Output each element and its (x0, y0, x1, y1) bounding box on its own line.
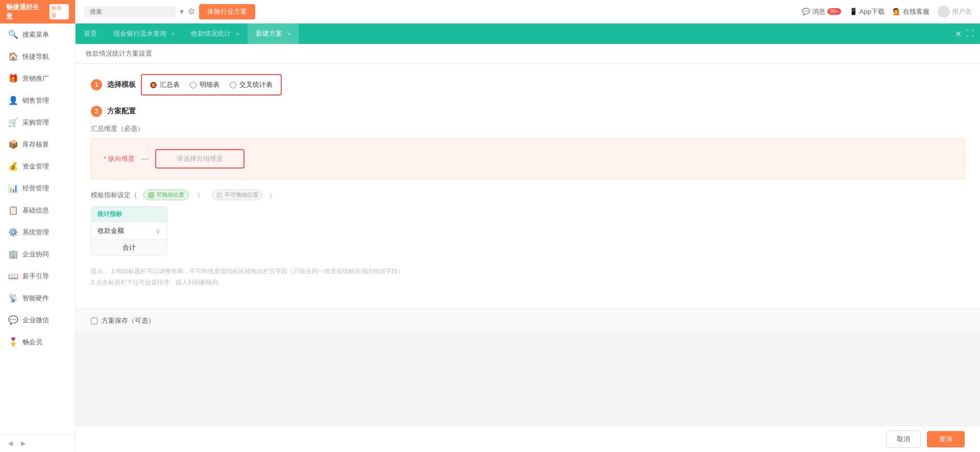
template-radio-cross[interactable] (230, 82, 236, 88)
sidebar-bottom-left[interactable]: ◀ (8, 440, 13, 447)
user-avatar (938, 6, 950, 18)
template-option-detail[interactable]: 明细表 (190, 80, 219, 89)
sidebar-icon-search-menu: 🔍 (8, 30, 18, 39)
sidebar-icon-operation: 📊 (8, 183, 18, 193)
draggable-badge: 可拖动位置 (143, 189, 189, 200)
sidebar-item-hardware[interactable]: 📡智能硬件 (0, 287, 75, 309)
sidebar-item-guide[interactable]: 📖新手引导 (0, 265, 75, 287)
sidebar-icon-member: 🎖️ (8, 337, 18, 347)
tab-close-new-plan[interactable]: × (287, 31, 290, 37)
tab-bank-flow[interactable]: 现金银行流水查询× (105, 23, 183, 44)
metrics-label: 模板指标设定（ (91, 191, 137, 200)
dropdown-icon[interactable]: ▾ (180, 7, 184, 16)
save-label: 方案保存（可选） (102, 316, 155, 325)
tab-label-home: 首页 (84, 29, 97, 38)
sidebar-logo: 畅捷通好生意 标准版 (0, 0, 75, 23)
app-label: App下载 (860, 7, 885, 16)
dimension-select-button[interactable]: 请选择分组维度 (155, 149, 244, 169)
sidebar-label-enterprise: 企业协同 (22, 250, 49, 259)
sidebar-icon-purchase: 🛒 (8, 117, 18, 127)
sidebar-item-wechat[interactable]: 💬企业微信 (0, 309, 75, 331)
query-button[interactable]: 查询 (927, 431, 965, 447)
sidebar-icon-guide: 📖 (8, 271, 18, 281)
sidebar-bottom: ◀ ▶ (0, 434, 75, 452)
sidebar-label-system: 系统管理 (22, 228, 49, 237)
tab-close-bank-flow[interactable]: × (172, 31, 175, 37)
sidebar-item-enterprise[interactable]: 🏢企业协同 (0, 243, 75, 265)
sidebar-icon-sales: 👤 (8, 96, 18, 105)
save-checkbox[interactable] (91, 318, 97, 324)
breadcrumb: 收款情况统计方案设置 (76, 44, 980, 64)
tip-text: 提示： 1.拖动标题栏可以调整布局，不可跨维度或指标区域拖动栏目字段（只能在同一… (91, 266, 965, 277)
metrics-table-cell[interactable]: 收款金额 ∨ (91, 222, 167, 240)
step1-title: 1 选择模板 汇总表明细表交叉统计表 (91, 74, 965, 96)
close-window-button[interactable]: ✕ (955, 29, 962, 39)
sidebar-item-sales[interactable]: 👤销售管理 (0, 89, 75, 111)
topbar-left: ▾ ⚙ 体验行业方案 (84, 4, 255, 19)
search-input[interactable] (84, 6, 176, 17)
template-option-cross[interactable]: 交叉统计表 (230, 80, 273, 89)
badge-separator: ） (197, 191, 204, 200)
online-support-item[interactable]: 💁 在线客服 (893, 7, 929, 16)
sidebar-item-basic-info[interactable]: 📋基础信息 (0, 199, 75, 221)
sidebar-item-operation[interactable]: 📊经营管理 (0, 177, 75, 199)
form-container: 1 选择模板 汇总表明细表交叉统计表 2 方案配置 汇总维度（必选） * 纵向维… (76, 64, 980, 308)
dimension-label: 汇总维度（必选） (91, 124, 965, 133)
message-icon: 💬 (802, 8, 810, 15)
user-item[interactable]: 用户名 (938, 6, 972, 18)
tab-collection-stats[interactable]: 收款情况统计× (183, 23, 247, 44)
sidebar-item-member[interactable]: 🎖️畅会员 (0, 331, 75, 353)
message-item[interactable]: 💬 消息 99+ (802, 7, 841, 16)
tab-close-collection-stats[interactable]: × (236, 31, 239, 37)
metrics-dropdown-icon[interactable]: ∨ (156, 227, 161, 235)
sidebar-icon-basic-info: 📋 (8, 205, 18, 215)
dimension-row: * 纵向维度 — 请选择分组维度 (104, 149, 952, 169)
sidebar-item-inventory[interactable]: 📦库存核算 (0, 133, 75, 155)
app-icon: 📱 (849, 8, 857, 15)
sidebar-label-member: 畅会员 (22, 338, 42, 347)
fullscreen-button[interactable]: ⛶ (966, 29, 974, 38)
tab-new-plan[interactable]: 新建方案× (248, 23, 299, 44)
sidebar-label-quick-nav: 快捷导航 (22, 52, 49, 61)
template-option-summary[interactable]: 汇总表 (150, 80, 180, 89)
sidebar-label-inventory: 库存核算 (22, 140, 49, 149)
user-name: 用户名 (952, 7, 972, 16)
message-label: 消息 (812, 7, 825, 16)
sidebar-icon-enterprise: 🏢 (8, 249, 18, 259)
tabs-bar: 首页现金银行流水查询×收款情况统计×新建方案×✕⛶ (76, 23, 980, 44)
sidebar-label-sales: 销售管理 (22, 96, 49, 105)
tabs-right-buttons: ✕⛶ (949, 29, 980, 39)
message-badge: 99+ (827, 8, 841, 15)
settings-icon[interactable]: ⚙ (188, 7, 195, 16)
industry-plan-button[interactable]: 体验行业方案 (199, 4, 255, 19)
topbar: ▾ ⚙ 体验行业方案 💬 消息 99+ 📱 App下载 💁 在线客服 用户名 (76, 0, 980, 23)
app-download-item[interactable]: 📱 App下载 (849, 7, 885, 16)
template-select-group: 汇总表明细表交叉统计表 (141, 74, 282, 96)
sidebar-item-finance[interactable]: 💰资金管理 (0, 155, 75, 177)
template-radio-detail[interactable] (190, 82, 197, 88)
sidebar-item-marketing[interactable]: 🎁营销推广 (0, 67, 75, 89)
step2-label: 方案配置 (107, 107, 136, 116)
tip-section: 提示： 1.拖动标题栏可以调整布局，不可跨维度或指标区域拖动栏目字段（只能在同一… (91, 266, 965, 288)
sidebar-item-quick-nav[interactable]: 🏠快捷导航 (0, 45, 75, 67)
sidebar-item-purchase[interactable]: 🛒采购管理 (0, 111, 75, 133)
step2-title: 2 方案配置 (91, 106, 965, 117)
tab-label-bank-flow: 现金银行流水查询 (113, 29, 166, 38)
sidebar-bottom-right[interactable]: ▶ (21, 440, 26, 447)
tab-home[interactable]: 首页 (76, 23, 105, 44)
template-radio-summary[interactable] (150, 82, 157, 88)
sidebar-item-system[interactable]: ⚙️系统管理 (0, 221, 75, 243)
sidebar-item-search-menu[interactable]: 🔍搜索菜单 (0, 23, 75, 45)
sidebar: 畅捷通好生意 标准版 🔍搜索菜单🏠快捷导航🎁营销推广👤销售管理🛒采购管理📦库存核… (0, 0, 76, 452)
sidebar-icon-finance: 💰 (8, 161, 18, 171)
support-label: 在线客服 (903, 7, 929, 16)
save-section: 方案保存（可选） (76, 308, 980, 332)
topbar-right: 💬 消息 99+ 📱 App下载 💁 在线客服 用户名 (802, 6, 972, 18)
arrow-icon: — (141, 154, 149, 163)
dimension-area: * 纵向维度 — 请选择分组维度 (91, 138, 965, 179)
cancel-button[interactable]: 取消 (886, 431, 921, 448)
metrics-section: 模板指标设定（ 可拖动位置 ） 不可拖动位置 ） (91, 189, 965, 256)
metrics-table: 统计指标 收款金额 ∨ 合计 (91, 206, 167, 256)
step1-section: 1 选择模板 汇总表明细表交叉统计表 (91, 74, 965, 96)
sidebar-icon-inventory: 📦 (8, 139, 18, 149)
